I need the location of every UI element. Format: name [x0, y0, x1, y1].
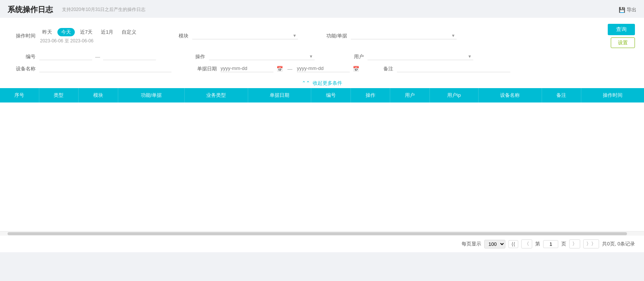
col-op-time: 操作时间 [581, 88, 644, 102]
empty-area [0, 102, 644, 231]
filter-row-3: 设备名称 单据日期 📅 — 📅 备注 [9, 65, 635, 72]
col-func: 功能/单据 [118, 88, 184, 102]
time-label: 操作时间 [9, 33, 39, 39]
code-label: 编号 [9, 53, 39, 60]
col-module: 模块 [79, 88, 118, 102]
module-label: 模块 [162, 33, 192, 39]
doc-date-label: 单据日期 [194, 65, 221, 72]
export-label: 导出 [627, 6, 636, 13]
filter-section: 操作时间 昨天 今天 近7天 近1月 自定义 2023-06-06 至 2023… [0, 18, 644, 88]
page-header: 系统操作日志 支持2020年10月31日之后产生的操作日志 💾 导出 [0, 0, 644, 18]
func-label: 功能/单据 [321, 33, 351, 39]
func-select-wrap: ▼ [351, 33, 457, 39]
date-end-input[interactable] [297, 65, 350, 72]
prev-page-button[interactable]: 〈 [521, 239, 532, 248]
col-seq: 序号 [0, 88, 39, 102]
time-btn-7days[interactable]: 近7天 [77, 28, 96, 36]
time-btn-custom[interactable]: 自定义 [119, 28, 139, 36]
code-dash: — [95, 54, 100, 60]
settings-button[interactable]: 设置 [611, 37, 635, 48]
filter-row-1: 操作时间 昨天 今天 近7天 近1月 自定义 2023-06-06 至 2023… [9, 24, 635, 48]
date-start-input[interactable] [221, 65, 273, 72]
first-page-button[interactable]: ⟨⟨ [508, 240, 518, 248]
table-header: 序号 类型 模块 功能/单据 业务类型 单据日期 编号 操作 用户 用户ip 设… [0, 88, 644, 102]
col-remark: 备注 [542, 88, 581, 102]
scrollbar-track[interactable] [0, 231, 644, 236]
code-start-input[interactable] [39, 53, 92, 60]
page-label: 第 [535, 241, 540, 247]
calendar-start-icon[interactable]: 📅 [276, 66, 283, 72]
per-page-label: 每页显示 [462, 241, 481, 247]
remark-input[interactable] [397, 65, 510, 72]
time-filter-group: 昨天 今天 近7天 近1月 自定义 2023-06-06 至 2023-06-0… [39, 28, 139, 44]
time-range-display: 2023-06-06 至 2023-06-06 [39, 38, 139, 44]
op-label: 操作 [179, 53, 209, 60]
pagination-bar: 每页显示 100 ⟨⟨ 〈 第 页 〉 〉〉 共0页, 0条记录 [0, 236, 644, 252]
col-device: 设备名称 [478, 88, 542, 102]
collapse-row[interactable]: ⌃⌃ 收起更多条件 [9, 78, 635, 88]
export-icon: 💾 [619, 7, 625, 13]
col-user: 用户 [390, 88, 429, 102]
op-select-wrap: ▼ [209, 53, 315, 60]
col-user-ip: 用户ip [429, 88, 478, 102]
func-select[interactable] [351, 33, 457, 38]
col-type: 类型 [39, 88, 78, 102]
action-buttons: 查询 设置 [608, 24, 635, 48]
remark-label: 备注 [382, 65, 397, 72]
time-btn-today[interactable]: 今天 [57, 28, 75, 36]
page-number-input[interactable] [543, 240, 558, 248]
page-title: 系统操作日志 [8, 5, 53, 15]
user-label: 用户 [337, 53, 368, 60]
col-op: 操作 [351, 88, 390, 102]
next-page-button[interactable]: 〉 [569, 239, 580, 248]
op-select[interactable] [209, 53, 315, 59]
collapse-icon: ⌃⌃ [302, 80, 310, 86]
col-code: 编号 [311, 88, 351, 102]
device-label: 设备名称 [9, 65, 39, 72]
total-info: 共0页, 0条记录 [602, 241, 635, 247]
export-button[interactable]: 💾 导出 [619, 6, 636, 13]
per-page-select[interactable]: 100 [484, 240, 505, 248]
date-dash: — [287, 66, 292, 72]
table-area: 序号 类型 模块 功能/单据 业务类型 单据日期 编号 操作 用户 用户ip 设… [0, 88, 644, 231]
filter-row-2: 编号 — 操作 ▼ 用户 [9, 53, 635, 60]
calendar-end-icon[interactable]: 📅 [353, 66, 359, 72]
time-btn-1month[interactable]: 近1月 [98, 28, 116, 36]
device-input[interactable] [39, 65, 171, 72]
header-row: 序号 类型 模块 功能/单据 业务类型 单据日期 编号 操作 用户 用户ip 设… [0, 88, 644, 102]
time-btn-yesterday[interactable]: 昨天 [39, 28, 55, 36]
code-end-input[interactable] [103, 53, 156, 60]
module-select-wrap: ▼ [192, 33, 298, 39]
last-page-button[interactable]: 〉〉 [583, 239, 599, 248]
collapse-label: 收起更多条件 [313, 80, 342, 86]
page-subtitle: 支持2020年10月31日之后产生的操作日志 [62, 6, 145, 13]
scrollbar-thumb[interactable] [8, 232, 627, 235]
user-select[interactable] [368, 53, 473, 59]
data-table: 序号 类型 模块 功能/单据 业务类型 单据日期 编号 操作 用户 用户ip 设… [0, 88, 644, 102]
query-button[interactable]: 查询 [608, 24, 635, 35]
time-buttons: 昨天 今天 近7天 近1月 自定义 [39, 28, 139, 36]
col-biz-type: 业务类型 [185, 88, 248, 102]
user-select-wrap: ▼ [368, 53, 473, 60]
page-wrapper: 系统操作日志 支持2020年10月31日之后产生的操作日志 💾 导出 操作时间 … [0, 0, 644, 281]
code-range: — [39, 53, 156, 60]
col-doc-date: 单据日期 [248, 88, 311, 102]
module-select[interactable] [192, 33, 298, 38]
page-unit: 页 [561, 241, 566, 247]
date-range: 📅 — 📅 [221, 65, 359, 72]
